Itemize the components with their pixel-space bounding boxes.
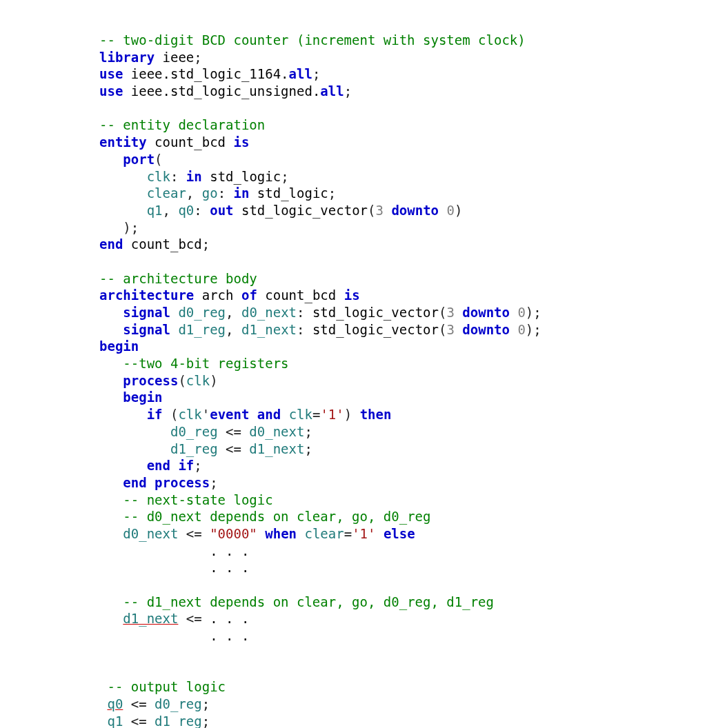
sig-d0-reg: d0_reg	[178, 305, 226, 320]
kw-if: if	[147, 407, 163, 422]
comment: -- d0_next depends on clear, go, d0_reg	[123, 509, 430, 524]
entity-name: count_bcd	[131, 236, 202, 252]
sig-q1: q1	[107, 714, 123, 729]
kw-in: in	[186, 169, 202, 184]
sig-d1-reg: d1_reg	[155, 714, 202, 729]
kw-when: when	[265, 526, 297, 541]
kw-if: if	[178, 458, 194, 473]
kw-event: event	[210, 407, 249, 422]
num-3: 3	[446, 322, 454, 337]
num-0: 0	[446, 203, 454, 218]
str-0000: "0000"	[210, 526, 257, 541]
num-3: 3	[375, 203, 383, 218]
kw-of: of	[241, 287, 257, 303]
kw-in: in	[234, 185, 250, 201]
kw-signal: signal	[123, 305, 170, 320]
kw-downto: downto	[391, 203, 439, 218]
sig-d1-reg: d1_reg	[178, 322, 226, 337]
num-0: 0	[517, 322, 525, 337]
kw-begin: begin	[123, 390, 162, 405]
kw-then: then	[360, 407, 392, 422]
id-ieee: ieee	[163, 50, 195, 65]
kw-signal: signal	[123, 322, 170, 337]
sig-d1-reg: d1_reg	[170, 441, 218, 456]
sig-d1-next: d1_next	[123, 611, 178, 626]
ellipsis: . . .	[210, 611, 249, 626]
sig-d1-next: d1_next	[249, 441, 304, 456]
kw-all: all	[289, 66, 312, 81]
sig-d0-next: d0_next	[241, 305, 297, 320]
kw-end: end	[147, 458, 170, 473]
sig-clk: clk	[147, 169, 170, 184]
kw-else: else	[384, 526, 415, 541]
kw-is: is	[234, 134, 250, 150]
type-slv: std_logic_vector	[241, 203, 368, 218]
sig-clk: clk	[186, 373, 210, 388]
kw-begin: begin	[99, 338, 139, 354]
sig-q0: q0	[107, 696, 123, 711]
sig-d0-next: d0_next	[249, 424, 304, 439]
comment: -- two-digit BCD counter (increment with…	[99, 32, 526, 48]
vhdl-code-block: -- two-digit BCD counter (increment with…	[0, 0, 716, 728]
sig-q1: q1	[147, 203, 163, 218]
sig-d0-next: d0_next	[123, 526, 178, 541]
comment: -- architecture body	[99, 271, 257, 286]
comment: -- d1_next depends on clear, go, d0_reg,…	[123, 594, 494, 609]
comment: -- next-state logic	[123, 492, 272, 507]
comment: -- output logic	[107, 679, 226, 694]
kw-entity: entity	[99, 134, 147, 150]
num-0: 0	[517, 305, 525, 320]
sig-clear: clear	[304, 526, 344, 541]
entity-name: count_bcd	[155, 134, 226, 150]
pkg-path: ieee.std_logic_1164.	[131, 66, 289, 81]
sig-d0-reg: d0_reg	[170, 424, 218, 439]
kw-and: and	[257, 407, 281, 422]
sig-d0-reg: d0_reg	[155, 696, 202, 711]
sig-clk: clk	[289, 407, 312, 422]
kw-out: out	[210, 203, 233, 218]
sig-d1-next: d1_next	[241, 322, 297, 337]
type-std-logic: std_logic	[257, 185, 328, 201]
sig-go: go	[202, 185, 218, 201]
comment: -- entity declaration	[99, 117, 265, 132]
sig-clear: clear	[147, 185, 186, 201]
str-1: '1'	[320, 407, 344, 422]
kw-downto: downto	[462, 322, 510, 337]
entity-name: count_bcd	[265, 287, 336, 303]
ellipsis: . . .	[210, 543, 249, 558]
str-1: '1'	[352, 526, 375, 541]
kw-is: is	[344, 287, 360, 303]
num-3: 3	[446, 305, 454, 320]
ellipsis: . . .	[210, 560, 249, 575]
kw-architecture: architecture	[99, 287, 194, 303]
sig-q0: q0	[178, 203, 194, 218]
sig-clk: clk	[178, 407, 201, 422]
kw-library: library	[99, 50, 155, 65]
kw-use: use	[99, 83, 123, 99]
kw-end: end	[99, 236, 123, 252]
ellipsis: . . .	[210, 628, 249, 643]
kw-port: port	[123, 152, 155, 167]
type-std-logic: std_logic	[210, 169, 281, 184]
kw-process: process	[155, 475, 210, 490]
kw-all: all	[320, 83, 344, 99]
kw-use: use	[99, 66, 123, 81]
kw-end: end	[123, 475, 146, 490]
kw-process: process	[123, 373, 178, 388]
kw-downto: downto	[462, 305, 510, 320]
comment: --two 4-bit registers	[123, 356, 288, 371]
arch-name: arch	[202, 287, 234, 303]
type-slv: std_logic_vector	[312, 305, 439, 320]
type-slv: std_logic_vector	[312, 322, 439, 337]
pkg-path: ieee.std_logic_unsigned.	[131, 83, 321, 99]
